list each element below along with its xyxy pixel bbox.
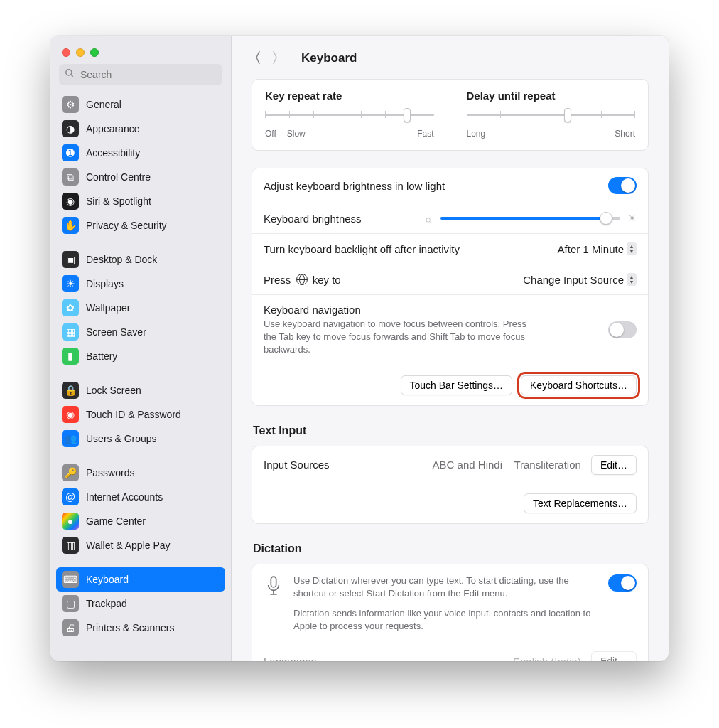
sidebar-list[interactable]: ⚙General◑Appearance➊Accessibility⧉Contro… [50, 91, 231, 661]
sidebar-item-desktop-dock[interactable]: ▣Desktop & Dock [56, 247, 225, 272]
back-button[interactable]: 〈 [247, 48, 261, 68]
keyboard-nav-label: Keyboard navigation [264, 304, 532, 316]
text-input-heading: Text Input [253, 424, 647, 437]
search-field[interactable] [59, 64, 222, 85]
keyboard-shortcuts-button[interactable]: Keyboard Shortcuts… [521, 375, 637, 395]
text-replacements-button[interactable]: Text Replacements… [524, 493, 637, 513]
svg-line-1 [71, 75, 73, 77]
settings-window: ⚙General◑Appearance➊Accessibility⧉Contro… [50, 36, 669, 661]
sidebar-item-label: General [86, 99, 121, 110]
sidebar-item-label: Lock Screen [86, 385, 141, 396]
sidebar-item-siri-spotlight[interactable]: ◉Siri & Spotlight [56, 189, 225, 213]
sidebar-item-label: Internet Accounts [86, 491, 163, 503]
sidebar-item-game-center[interactable]: ●Game Center [56, 509, 225, 533]
microphone-icon [264, 574, 283, 600]
sidebar-item-battery[interactable]: ▮Battery [56, 344, 225, 368]
key-repeat-rate-slider[interactable] [265, 107, 434, 122]
trackpad-icon: ▢ [62, 595, 79, 612]
sidebar-item-accessibility[interactable]: ➊Accessibility [56, 141, 225, 165]
sidebar-item-general[interactable]: ⚙General [56, 92, 225, 117]
sidebar-item-control-centre[interactable]: ⧉Control Centre [56, 165, 225, 189]
delay-until-repeat-slider[interactable] [467, 107, 636, 122]
dictation-toggle[interactable] [608, 574, 637, 592]
input-sources-edit-button[interactable]: Edit… [591, 455, 637, 475]
sidebar-item-label: Siri & Spotlight [86, 196, 151, 207]
users-groups-icon: 👥 [62, 430, 79, 447]
repeat-sliders-card: Key repeat rate Off Slow Fast Delay unti… [252, 79, 649, 151]
dictation-card: Use Dictation wherever you can type text… [252, 564, 649, 661]
sidebar-item-label: Printers & Scanners [86, 622, 175, 633]
touch-id-password-icon: ◉ [62, 406, 79, 423]
fullscreen-icon[interactable] [90, 48, 99, 57]
appearance-icon: ◑ [62, 120, 79, 137]
sidebar-item-label: Appearance [86, 123, 140, 134]
delay-until-repeat-label: Delay until repeat [467, 90, 636, 102]
sidebar-item-keyboard[interactable]: ⌨Keyboard [56, 567, 225, 592]
close-icon[interactable] [62, 48, 70, 57]
sidebar-item-wallet-apple-pay[interactable]: ▥Wallet & Apple Pay [56, 533, 225, 557]
sidebar-item-lock-screen[interactable]: 🔒Lock Screen [56, 378, 225, 402]
sidebar-item-label: Users & Groups [86, 433, 157, 444]
dictation-languages-edit-button[interactable]: Edit… [591, 651, 637, 661]
minimize-icon[interactable] [76, 48, 85, 57]
sidebar-item-touch-id-password[interactable]: ◉Touch ID & Password [56, 402, 225, 427]
control-centre-icon: ⧉ [62, 168, 79, 186]
sidebar-item-label: Trackpad [86, 598, 127, 609]
forward-button[interactable]: 〉 [271, 48, 286, 68]
brightness-high-icon: ☀ [627, 212, 637, 225]
repeat-off-label: Off [265, 129, 276, 139]
sidebar-item-printers-scanners[interactable]: 🖨Printers & Scanners [56, 616, 225, 640]
sidebar-item-users-groups[interactable]: 👥Users & Groups [56, 427, 225, 451]
keyboard-icon: ⌨ [62, 571, 79, 588]
globe-icon [296, 274, 308, 285]
repeat-fast-label: Fast [417, 129, 433, 139]
brightness-low-icon: ☼ [423, 213, 433, 225]
brightness-auto-label: Adjust keyboard brightness in low light [264, 180, 445, 192]
sidebar-item-wallpaper[interactable]: ✿Wallpaper [56, 296, 225, 320]
wallpaper-icon: ✿ [62, 299, 79, 316]
page-title: Keyboard [301, 51, 357, 65]
sidebar-item-privacy-security[interactable]: ✋Privacy & Security [56, 213, 225, 237]
sidebar-item-passwords[interactable]: 🔑Passwords [56, 461, 225, 485]
keyboard-nav-desc: Use keyboard navigation to move focus be… [264, 318, 532, 357]
stepper-icon: ▲▼ [627, 242, 637, 255]
press-globe-value: Change Input Source [523, 274, 624, 286]
touch-bar-settings-button[interactable]: Touch Bar Settings… [401, 375, 513, 395]
sidebar-item-label: Accessibility [86, 147, 140, 159]
brightness-auto-toggle[interactable] [608, 177, 637, 194]
backlight-timeout-label: Turn keyboard backlight off after inacti… [264, 243, 460, 255]
sidebar-item-label: Passwords [86, 467, 134, 478]
search-input[interactable] [79, 68, 217, 81]
press-globe-select[interactable]: Change Input Source ▲▼ [523, 273, 637, 286]
privacy-security-icon: ✋ [62, 217, 79, 234]
sidebar-item-label: Screen Saver [86, 326, 146, 338]
svg-point-0 [66, 70, 72, 75]
dictation-heading: Dictation [253, 542, 647, 555]
sidebar-item-label: Touch ID & Password [86, 409, 181, 420]
key-repeat-rate-label: Key repeat rate [265, 90, 434, 102]
sidebar-item-label: Wallet & Apple Pay [86, 540, 171, 551]
keyboard-brightness-slider[interactable]: ☼ ☀ [423, 212, 637, 225]
printers-scanners-icon: 🖨 [62, 619, 79, 636]
sidebar-item-displays[interactable]: ☀Displays [56, 272, 225, 296]
desktop-dock-icon: ▣ [62, 251, 79, 268]
delay-short-label: Short [615, 129, 635, 139]
sidebar-item-internet-accounts[interactable]: @Internet Accounts [56, 485, 225, 509]
backlight-timeout-select[interactable]: After 1 Minute ▲▼ [558, 242, 637, 255]
window-controls [50, 41, 231, 60]
sidebar-item-appearance[interactable]: ◑Appearance [56, 117, 225, 141]
search-icon [65, 68, 75, 81]
keyboard-nav-toggle[interactable] [608, 321, 637, 338]
text-input-card: Input Sources ABC and Hindi – Transliter… [252, 446, 649, 524]
sidebar-item-trackpad[interactable]: ▢Trackpad [56, 592, 225, 616]
sidebar-item-label: Control Centre [86, 171, 151, 183]
sidebar-item-screen-saver[interactable]: ▦Screen Saver [56, 320, 225, 344]
backlight-timeout-value: After 1 Minute [558, 243, 624, 255]
titlebar: 〈 〉 Keyboard [232, 36, 669, 75]
sidebar-item-label: Battery [86, 350, 117, 362]
input-sources-label: Input Sources [264, 459, 330, 471]
passwords-icon: 🔑 [62, 464, 79, 481]
sidebar-item-label: Privacy & Security [86, 220, 167, 231]
main-content[interactable]: 〈 〉 Keyboard Key repeat rate Off Slow [232, 36, 669, 661]
wallet-apple-pay-icon: ▥ [62, 537, 79, 554]
